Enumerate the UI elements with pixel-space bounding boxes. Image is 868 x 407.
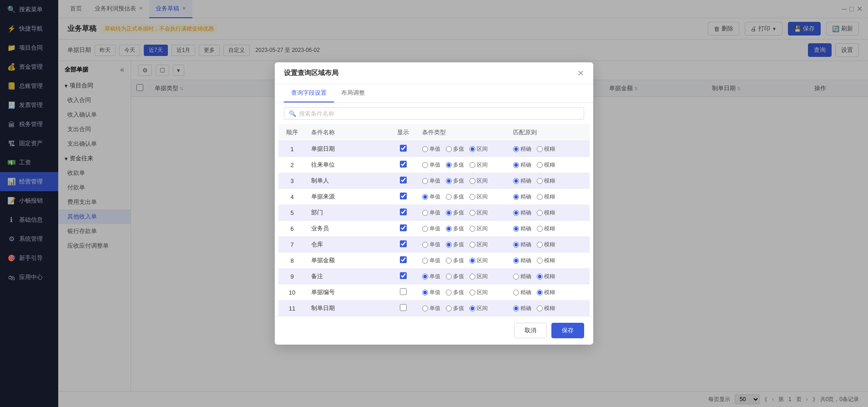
row-match-cell: 精确模糊 bbox=[508, 300, 590, 316]
search-icon: 🔍 bbox=[289, 110, 296, 117]
row-order: 6 bbox=[278, 221, 306, 237]
row-type-cell: 单值多值区间 bbox=[417, 157, 508, 173]
radio-type-单值[interactable]: 单值 bbox=[422, 289, 440, 296]
row-display-cell bbox=[389, 237, 417, 253]
radio-match-模糊[interactable]: 模糊 bbox=[537, 177, 555, 185]
radio-type-多值[interactable]: 多值 bbox=[446, 193, 464, 201]
display-checkbox[interactable] bbox=[400, 145, 407, 152]
radio-type-单值[interactable]: 单值 bbox=[422, 241, 440, 249]
settings-dialog: 设置查询区域布局 ✕ 查询字段设置 布局调整 🔍 顺序 条件名称 显示 bbox=[275, 62, 593, 345]
row-match-cell: 精确模糊 bbox=[508, 189, 590, 205]
display-checkbox[interactable] bbox=[400, 240, 407, 247]
dialog-close-button[interactable]: ✕ bbox=[577, 69, 584, 77]
radio-match-模糊[interactable]: 模糊 bbox=[537, 209, 555, 217]
radio-match-精确[interactable]: 精确 bbox=[513, 241, 531, 249]
radio-match-模糊[interactable]: 模糊 bbox=[537, 257, 555, 265]
radio-match-模糊[interactable]: 模糊 bbox=[537, 145, 555, 153]
radio-match-精确[interactable]: 精确 bbox=[513, 273, 531, 280]
row-condition-name: 单据日期 bbox=[306, 141, 389, 157]
dialog-table-row: 8单据金额单值多值区间精确模糊 bbox=[278, 253, 590, 269]
radio-type-区间[interactable]: 区间 bbox=[469, 161, 488, 169]
radio-type-区间[interactable]: 区间 bbox=[469, 177, 488, 185]
radio-match-模糊[interactable]: 模糊 bbox=[537, 193, 555, 201]
radio-match-精确[interactable]: 精确 bbox=[513, 289, 531, 296]
display-checkbox[interactable] bbox=[400, 288, 407, 295]
radio-type-多值[interactable]: 多值 bbox=[446, 161, 464, 169]
radio-type-单值[interactable]: 单值 bbox=[422, 305, 440, 312]
row-match-cell: 精确模糊 bbox=[508, 205, 590, 221]
radio-match-精确[interactable]: 精确 bbox=[513, 225, 531, 233]
radio-type-多值[interactable]: 多值 bbox=[446, 177, 464, 185]
radio-type-区间[interactable]: 区间 bbox=[469, 257, 488, 265]
row-match-cell: 精确模糊 bbox=[508, 141, 590, 157]
radio-match-模糊[interactable]: 模糊 bbox=[537, 305, 555, 312]
display-checkbox[interactable] bbox=[400, 256, 407, 263]
radio-match-精确[interactable]: 精确 bbox=[513, 177, 531, 185]
cancel-button[interactable]: 取消 bbox=[514, 323, 547, 338]
radio-type-区间[interactable]: 区间 bbox=[469, 289, 488, 296]
radio-type-多值[interactable]: 多值 bbox=[446, 241, 464, 249]
dialog-tab-query-fields[interactable]: 查询字段设置 bbox=[284, 84, 334, 102]
dialog-save-button[interactable]: 保存 bbox=[551, 323, 584, 338]
row-order: 1 bbox=[278, 141, 306, 157]
radio-match-模糊[interactable]: 模糊 bbox=[537, 161, 555, 169]
radio-type-单值[interactable]: 单值 bbox=[422, 225, 440, 233]
radio-match-精确[interactable]: 精确 bbox=[513, 305, 531, 312]
display-checkbox[interactable] bbox=[400, 224, 407, 231]
row-match-cell: 精确模糊 bbox=[508, 237, 590, 253]
row-display-cell bbox=[389, 157, 417, 173]
dialog-table-row: 6业务员单值多值区间精确模糊 bbox=[278, 221, 590, 237]
radio-type-区间[interactable]: 区间 bbox=[469, 273, 488, 280]
radio-type-多值[interactable]: 多值 bbox=[446, 273, 464, 280]
dialog-tabs: 查询字段设置 布局调整 bbox=[275, 84, 593, 103]
radio-match-精确[interactable]: 精确 bbox=[513, 257, 531, 265]
radio-type-多值[interactable]: 多值 bbox=[446, 209, 464, 217]
radio-type-多值[interactable]: 多值 bbox=[446, 305, 464, 312]
dialog-table-row: 1单据日期单值多值区间精确模糊 bbox=[278, 141, 590, 157]
radio-match-精确[interactable]: 精确 bbox=[513, 193, 531, 201]
radio-match-精确[interactable]: 精确 bbox=[513, 161, 531, 169]
display-checkbox[interactable] bbox=[400, 177, 407, 183]
radio-type-单值[interactable]: 单值 bbox=[422, 161, 440, 169]
radio-type-区间[interactable]: 区间 bbox=[469, 241, 488, 249]
row-condition-name: 制单人 bbox=[306, 173, 389, 189]
display-checkbox[interactable] bbox=[400, 161, 407, 168]
radio-match-模糊[interactable]: 模糊 bbox=[537, 225, 555, 233]
radio-type-区间[interactable]: 区间 bbox=[469, 225, 488, 233]
radio-type-单值[interactable]: 单值 bbox=[422, 257, 440, 265]
display-checkbox[interactable] bbox=[400, 272, 407, 279]
radio-match-模糊[interactable]: 模糊 bbox=[537, 241, 555, 249]
dialog-table-row: 10单据编号单值多值区间精确模糊 bbox=[278, 285, 590, 300]
row-type-cell: 单值多值区间 bbox=[417, 269, 508, 285]
row-display-cell bbox=[389, 173, 417, 189]
radio-type-多值[interactable]: 多值 bbox=[446, 145, 464, 153]
row-type-cell: 单值多值区间 bbox=[417, 173, 508, 189]
dialog-search-area: 🔍 bbox=[275, 103, 593, 124]
radio-type-单值[interactable]: 单值 bbox=[422, 273, 440, 280]
radio-type-单值[interactable]: 单值 bbox=[422, 209, 440, 217]
radio-match-模糊[interactable]: 模糊 bbox=[537, 273, 555, 280]
row-condition-name: 单据来源 bbox=[306, 189, 389, 205]
radio-match-模糊[interactable]: 模糊 bbox=[537, 289, 555, 296]
radio-type-多值[interactable]: 多值 bbox=[446, 257, 464, 265]
row-order: 11 bbox=[278, 300, 306, 316]
radio-type-单值[interactable]: 单值 bbox=[422, 193, 440, 201]
search-input[interactable] bbox=[299, 110, 579, 117]
row-type-cell: 单值多值区间 bbox=[417, 285, 508, 300]
row-display-cell bbox=[389, 189, 417, 205]
radio-type-区间[interactable]: 区间 bbox=[469, 305, 488, 312]
radio-type-单值[interactable]: 单值 bbox=[422, 177, 440, 185]
radio-match-精确[interactable]: 精确 bbox=[513, 145, 531, 153]
dialog-tab-layout[interactable]: 布局调整 bbox=[334, 84, 372, 102]
radio-match-精确[interactable]: 精确 bbox=[513, 209, 531, 217]
radio-type-区间[interactable]: 区间 bbox=[469, 145, 488, 153]
radio-type-多值[interactable]: 多值 bbox=[446, 225, 464, 233]
display-checkbox[interactable] bbox=[400, 193, 407, 199]
radio-type-多值[interactable]: 多值 bbox=[446, 289, 464, 296]
display-checkbox[interactable] bbox=[400, 209, 407, 215]
radio-type-单值[interactable]: 单值 bbox=[422, 145, 440, 153]
radio-type-区间[interactable]: 区间 bbox=[469, 209, 488, 217]
row-match-cell: 精确模糊 bbox=[508, 157, 590, 173]
radio-type-区间[interactable]: 区间 bbox=[469, 193, 488, 201]
display-checkbox[interactable] bbox=[400, 304, 407, 311]
